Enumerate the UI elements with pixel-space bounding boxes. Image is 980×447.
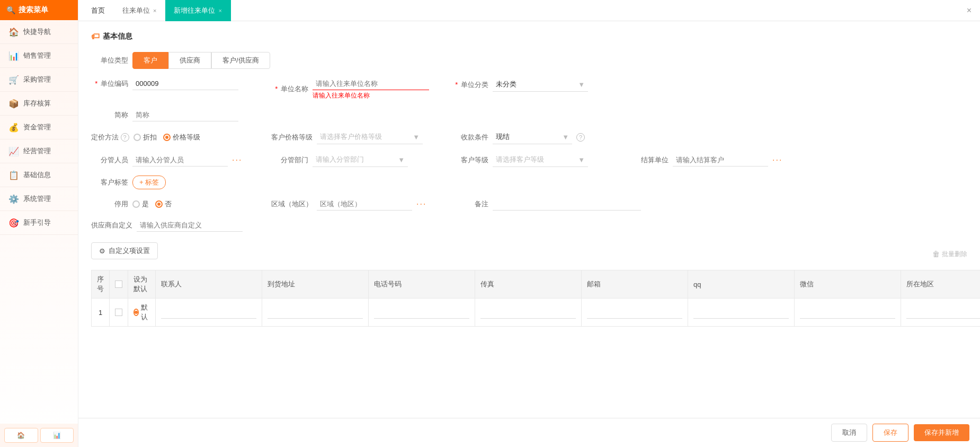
disabled-yes-radio[interactable] bbox=[132, 200, 140, 208]
settlement-unit-more-btn[interactable]: ··· bbox=[772, 155, 782, 165]
pricing-discount-label: 折扣 bbox=[143, 133, 157, 142]
manager-input[interactable] bbox=[132, 154, 228, 166]
sidebar: 🔍 搜索菜单 🏠 快捷导航 📊 销售管理 🛒 采购管理 📦 库存核算 💰 资金管… bbox=[0, 0, 78, 447]
tab-partner-label: 往来单位 bbox=[122, 6, 150, 15]
manager-more-btn[interactable]: ··· bbox=[232, 155, 242, 165]
close-all-tabs[interactable]: × bbox=[963, 6, 976, 15]
customer-level-field: 客户等级 请选择客户等级 ▼ bbox=[451, 153, 610, 167]
row-qq-input[interactable] bbox=[693, 306, 789, 319]
pricing-level-radio[interactable] bbox=[163, 134, 171, 141]
row-contact-input[interactable] bbox=[161, 306, 256, 319]
row-manager: 分管人员 ··· 分管部门 请输入分管部门 ▼ 客户等级 请选择客户等级 ▼ bbox=[91, 153, 967, 167]
sidebar-item-inventory[interactable]: 📦 库存核算 bbox=[0, 92, 78, 116]
unit-type-supplier[interactable]: 供应商 bbox=[168, 52, 211, 69]
row-phone-input[interactable] bbox=[374, 306, 469, 319]
batch-delete-label: 批量删除 bbox=[942, 250, 967, 259]
sidebar-item-finance[interactable]: 💰 资金管理 bbox=[0, 116, 78, 139]
pricing-discount-option[interactable]: 折扣 bbox=[133, 133, 157, 142]
add-tag-button[interactable]: + 标签 bbox=[132, 176, 166, 189]
customer-price-level-select[interactable]: 请选择客户价格等级 ▼ bbox=[317, 130, 423, 144]
tab-partner-close[interactable]: × bbox=[153, 7, 156, 14]
col-qq: qq bbox=[688, 270, 795, 299]
sidebar-item-label: 采购管理 bbox=[23, 75, 51, 84]
row-qq bbox=[688, 299, 795, 327]
sidebar-item-guide[interactable]: 🎯 新手引导 bbox=[0, 211, 78, 235]
disabled-no-radio[interactable] bbox=[155, 200, 163, 208]
row-wechat-input[interactable] bbox=[800, 306, 895, 319]
search-menu-button[interactable]: 🔍 搜索菜单 bbox=[0, 0, 78, 20]
row-address-input[interactable] bbox=[268, 306, 363, 319]
region-input[interactable] bbox=[317, 198, 412, 211]
tab-new-partner[interactable]: 新增往来单位 × bbox=[165, 0, 230, 21]
chevron-down-icon: ▼ bbox=[578, 81, 585, 89]
tab-home[interactable]: 首页 bbox=[83, 0, 114, 21]
pricing-method-help-icon[interactable]: ? bbox=[121, 133, 129, 142]
department-placeholder: 请输入分管部门 bbox=[316, 155, 364, 164]
sidebar-bottom-btn1[interactable]: 🏠 bbox=[4, 428, 38, 443]
sidebar-item-quick-nav[interactable]: 🏠 快捷导航 bbox=[0, 20, 78, 44]
disabled-no-option[interactable]: 否 bbox=[155, 199, 172, 209]
tab-new-partner-label: 新增往来单位 bbox=[174, 6, 215, 15]
unit-type-both[interactable]: 客户/供应商 bbox=[211, 52, 270, 69]
remark-label: 备注 bbox=[451, 199, 488, 209]
sidebar-item-sales[interactable]: 📊 销售管理 bbox=[0, 44, 78, 68]
pricing-method-label: 定价方法 ? bbox=[91, 133, 129, 142]
sidebar-item-basic-info[interactable]: 📋 基础信息 bbox=[0, 163, 78, 187]
customer-level-select[interactable]: 请选择客户等级 ▼ bbox=[493, 153, 588, 167]
supplier-custom-input[interactable] bbox=[137, 219, 243, 232]
unit-type-customer[interactable]: 客户 bbox=[132, 52, 168, 69]
customer-price-level-label: 客户价格等级 bbox=[271, 133, 313, 142]
save-button[interactable]: 保存 bbox=[872, 424, 908, 442]
row-fax-input[interactable] bbox=[480, 306, 576, 319]
row-fax bbox=[475, 299, 582, 327]
cancel-button[interactable]: 取消 bbox=[831, 424, 867, 442]
unit-category-label: * 单位分类 bbox=[451, 80, 488, 90]
short-name-input[interactable] bbox=[132, 109, 238, 121]
basic-info-icon: 📋 bbox=[8, 170, 19, 180]
select-all-checkbox[interactable] bbox=[115, 281, 122, 288]
row-email-input[interactable] bbox=[587, 306, 682, 319]
sales-icon: 📊 bbox=[8, 50, 19, 61]
section-title: 🏷 基本信息 bbox=[91, 32, 967, 41]
disabled-yes-option[interactable]: 是 bbox=[132, 199, 149, 209]
guide-icon: 🎯 bbox=[8, 217, 19, 228]
pricing-discount-radio[interactable] bbox=[133, 134, 141, 141]
remark-input[interactable] bbox=[493, 198, 641, 211]
unit-category-select[interactable]: 未分类 ▼ bbox=[493, 77, 588, 92]
pricing-level-option[interactable]: 价格等级 bbox=[163, 133, 200, 142]
department-label: 分管部门 bbox=[271, 155, 308, 165]
bottom-bar: 取消 保存 保存并新增 bbox=[78, 418, 980, 447]
row-default-radio[interactable] bbox=[133, 309, 139, 316]
custom-settings-button[interactable]: ⚙ 自定义项设置 bbox=[91, 242, 158, 259]
row-default-radio-item[interactable]: 默认 bbox=[133, 303, 150, 322]
batch-delete-button[interactable]: 🗑 批量删除 bbox=[932, 250, 967, 259]
sidebar-item-system[interactable]: ⚙️ 系统管理 bbox=[0, 187, 78, 211]
row-checkbox[interactable] bbox=[115, 309, 122, 316]
unit-code-input[interactable] bbox=[132, 77, 238, 90]
unit-name-input[interactable] bbox=[313, 77, 429, 90]
payment-terms-select[interactable]: 现结 ▼ bbox=[493, 130, 572, 144]
required-star2: * bbox=[275, 85, 278, 93]
customer-tag-label: 客户标签 bbox=[91, 178, 128, 187]
customer-level-label: 客户等级 bbox=[451, 155, 488, 165]
region-label: 区域（地区） bbox=[271, 199, 313, 209]
settlement-unit-input[interactable] bbox=[673, 154, 768, 166]
region-more-btn[interactable]: ··· bbox=[416, 199, 426, 209]
payment-terms-help-icon[interactable]: ? bbox=[576, 133, 585, 142]
system-icon: ⚙️ bbox=[8, 194, 19, 204]
sidebar-bottom-btn2[interactable]: 📊 bbox=[40, 428, 74, 443]
col-email: 邮箱 bbox=[582, 270, 688, 299]
tab-partner[interactable]: 往来单位 × bbox=[114, 0, 165, 21]
tab-new-partner-close[interactable]: × bbox=[218, 7, 221, 14]
required-star: * bbox=[95, 80, 97, 87]
sidebar-item-operations[interactable]: 📈 经营管理 bbox=[0, 139, 78, 163]
col-wechat: 微信 bbox=[795, 270, 901, 299]
sidebar-item-label: 快捷导航 bbox=[23, 27, 51, 37]
row-supplier-custom: 供应商自定义 bbox=[91, 219, 967, 232]
remark-field: 备注 bbox=[451, 198, 641, 211]
department-select[interactable]: 请输入分管部门 ▼ bbox=[313, 153, 408, 167]
table-row: 1 默认 bbox=[92, 299, 981, 327]
save-new-button[interactable]: 保存并新增 bbox=[914, 424, 969, 441]
row-area-input[interactable] bbox=[906, 306, 980, 319]
sidebar-item-purchase[interactable]: 🛒 采购管理 bbox=[0, 68, 78, 92]
